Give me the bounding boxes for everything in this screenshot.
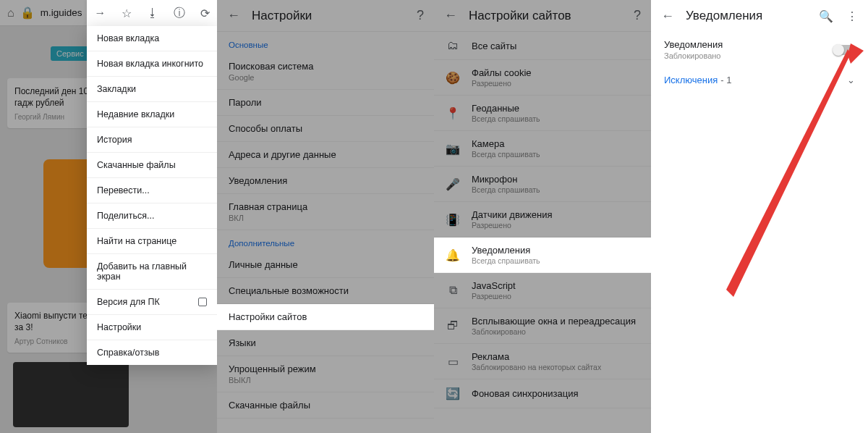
menu-label: Добавить на главный экран <box>97 261 207 282</box>
menu-add-home[interactable]: Добавить на главный экран <box>87 254 217 290</box>
back-icon[interactable]: ← <box>227 8 240 23</box>
page-title: Настройки <box>252 9 405 23</box>
sync-icon: 🔄 <box>446 387 460 400</box>
notifications-toggle[interactable] <box>833 45 855 55</box>
row-languages[interactable]: Языки <box>217 330 434 356</box>
search-icon[interactable]: 🔍 <box>819 9 833 23</box>
menu-label: Справка/отзыв <box>97 348 159 358</box>
menu-label: История <box>97 135 132 145</box>
help-icon[interactable]: ? <box>417 8 424 23</box>
download-icon[interactable]: ⭳ <box>147 7 158 20</box>
row-notifications[interactable]: 🔔 УведомленияВсегда спрашивать <box>434 237 651 273</box>
article-image-2 <box>13 362 129 427</box>
row-cookies[interactable]: 🍪 Файлы cookieРазрешено <box>434 60 651 96</box>
row-javascript[interactable]: ⧉ JavaScriptРазрешено <box>434 273 651 308</box>
service-badge: Сервис <box>51 46 90 61</box>
row-search-engine[interactable]: Поисковая система Google <box>217 54 434 90</box>
menu-help[interactable]: Справка/отзыв <box>87 340 217 365</box>
page-title: Настройки сайтов <box>469 9 622 23</box>
exceptions-count: - 1 <box>720 75 731 85</box>
menu-share[interactable]: Поделиться... <box>87 203 217 229</box>
row-popups[interactable]: 🗗 Всплывающие окна и переадресацияЗаблок… <box>434 308 651 344</box>
reload-icon[interactable]: ⟳ <box>200 7 210 20</box>
row-home-page[interactable]: Главная страница ВКЛ <box>217 194 434 230</box>
row-label: Пароли <box>229 97 422 108</box>
home-icon[interactable]: ⌂ <box>7 7 14 20</box>
row-sub: Всегда спрашивать <box>472 114 540 123</box>
cookie-icon: 🍪 <box>446 71 460 85</box>
menu-label: Новая вкладка инкогнито <box>97 59 203 69</box>
row-sub: Google <box>229 73 422 82</box>
menu-label: Поделиться... <box>97 211 154 221</box>
row-label: Микрофон <box>472 174 540 185</box>
checkbox-icon[interactable] <box>198 298 207 306</box>
back-icon[interactable]: ← <box>444 8 457 23</box>
row-notifications[interactable]: Уведомления <box>217 168 434 194</box>
notif-label: Уведомления <box>664 39 833 50</box>
menu-label: Скачанные файлы <box>97 160 176 170</box>
row-label: Главная страница <box>229 201 422 212</box>
menu-settings[interactable]: Настройки <box>87 315 217 340</box>
popup-icon: 🗗 <box>446 319 460 332</box>
row-sub: Заблокировано на некоторых сайтах <box>472 363 601 371</box>
menu-find[interactable]: Найти на странице <box>87 229 217 254</box>
row-label: Уведомления <box>229 175 422 186</box>
menu-downloads[interactable]: Скачанные файлы <box>87 153 217 178</box>
site-settings-header: ← Настройки сайтов ? <box>434 0 651 32</box>
notifications-header: ← Уведомления 🔍 ⋮ <box>651 0 868 32</box>
row-label: Личные данные <box>229 259 422 270</box>
row-all-sites[interactable]: 🗂 Все сайты <box>434 32 651 60</box>
row-label: Настройки сайтов <box>229 311 422 322</box>
row-motion[interactable]: 📳 Датчики движенияРазрешено <box>434 202 651 237</box>
row-label: Файлы cookie <box>472 67 532 78</box>
menu-history[interactable]: История <box>87 127 217 153</box>
row-addresses[interactable]: Адреса и другие данные <box>217 142 434 168</box>
more-icon[interactable]: ⋮ <box>846 9 858 23</box>
star-icon[interactable]: ☆ <box>122 7 132 20</box>
row-label: Способы оплаты <box>229 123 422 134</box>
menu-translate[interactable]: Перевести... <box>87 178 217 203</box>
row-personal[interactable]: Личные данные <box>217 252 434 278</box>
row-downloads[interactable]: Скачанные файлы <box>217 392 434 419</box>
section-advanced: Дополнительные <box>217 230 434 252</box>
row-accessibility[interactable]: Специальные возможности <box>217 278 434 304</box>
row-background-sync[interactable]: 🔄 Фоновая синхронизация <box>434 379 651 408</box>
row-sub: ВЫКЛ <box>229 376 422 384</box>
row-sub: ВКЛ <box>229 214 422 222</box>
notifications-toggle-row: Уведомления Заблокировано <box>651 32 868 69</box>
ads-icon: ▭ <box>446 355 460 369</box>
row-microphone[interactable]: 🎤 МикрофонВсегда спрашивать <box>434 167 651 202</box>
menu-desktop-version[interactable]: Версия для ПК <box>87 290 217 315</box>
menu-new-tab[interactable]: Новая вкладка <box>87 26 217 51</box>
browser-menu: Новая вкладка Новая вкладка инкогнито За… <box>87 26 217 365</box>
row-location[interactable]: 📍 ГеоданныеВсегда спрашивать <box>434 96 651 131</box>
menu-recent-tabs[interactable]: Недавние вкладки <box>87 102 217 127</box>
row-ads[interactable]: ▭ РекламаЗаблокировано на некоторых сайт… <box>434 344 651 379</box>
row-label: Поисковая система <box>229 61 422 72</box>
back-icon[interactable]: ← <box>661 9 674 24</box>
lock-icon: 🔒 <box>20 6 35 20</box>
microphone-icon: 🎤 <box>446 177 460 191</box>
row-camera[interactable]: 📷 КамераВсегда спрашивать <box>434 131 651 167</box>
help-icon[interactable]: ? <box>634 8 641 23</box>
row-site-settings[interactable]: Настройки сайтов <box>217 304 434 330</box>
exceptions-row[interactable]: Исключения - 1 ⌄ <box>651 69 868 91</box>
menu-new-incognito[interactable]: Новая вкладка инкогнито <box>87 51 217 77</box>
row-payment[interactable]: Способы оплаты <box>217 116 434 142</box>
row-sub: Всегда спрашивать <box>472 256 540 265</box>
info-icon[interactable]: ⓘ <box>174 6 185 21</box>
row-label: Геоданные <box>472 103 540 114</box>
row-passwords[interactable]: Пароли <box>217 90 434 116</box>
menu-bookmarks[interactable]: Закладки <box>87 77 217 102</box>
motion-icon: 📳 <box>446 213 460 227</box>
menu-label: Настройки <box>97 322 141 332</box>
row-label: Все сайты <box>472 41 516 51</box>
panel-settings: ← Настройки ? Основные Поисковая система… <box>217 0 434 433</box>
chevron-down-icon: ⌄ <box>847 75 855 85</box>
exceptions-label: Исключения <box>664 75 718 85</box>
row-simplified[interactable]: Упрощенный режим ВЫКЛ <box>217 356 434 392</box>
row-sub: Разрешено <box>472 79 532 88</box>
row-sub: Разрешено <box>472 221 552 230</box>
forward-icon[interactable]: → <box>95 7 106 20</box>
menu-label: Найти на странице <box>97 236 176 246</box>
